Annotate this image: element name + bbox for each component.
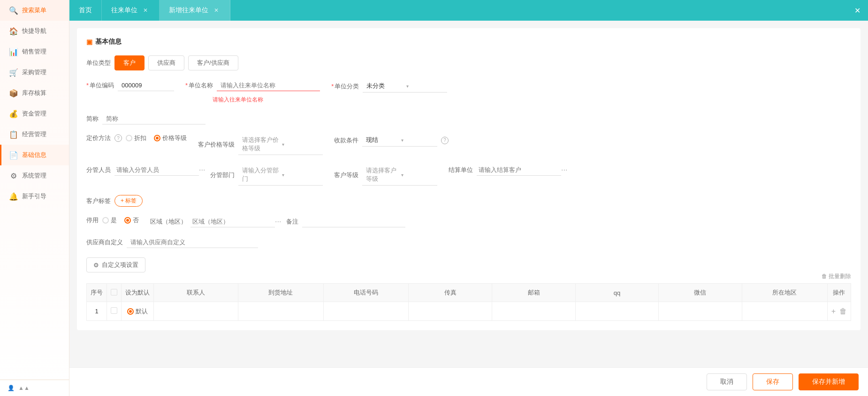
type-btn-supplier[interactable]: 供应商 — [148, 55, 184, 70]
pricing-method-label: 定价方法 — [86, 134, 111, 142]
tab-units-label: 往来单位 — [111, 6, 137, 15]
delete-row-button[interactable]: 🗑 — [839, 307, 847, 316]
customer-tag-label: 客户标签 — [86, 197, 111, 205]
phone-input[interactable] — [327, 306, 405, 317]
col-address: 到货地址 — [238, 284, 323, 302]
section-title-text: 基本信息 — [95, 38, 122, 46]
no-radio-circle — [124, 217, 131, 224]
remark-label: 备注 — [286, 217, 298, 226]
region-input[interactable] — [190, 216, 273, 227]
row-default-radio[interactable]: 默认 — [125, 307, 150, 316]
region-input-group: ··· — [190, 216, 275, 227]
contact-table-wrapper: 序号 设为默认 联系人 到货地址 电话号码 传真 邮箱 qq 微信 所在地区 操… — [86, 283, 851, 321]
col-region: 所在地区 — [742, 284, 827, 302]
unit-category-value: 未分类 — [366, 82, 404, 90]
add-tag-button[interactable]: + 标签 — [114, 195, 143, 207]
supplier-custom-input[interactable] — [127, 237, 258, 248]
row-address — [238, 302, 323, 321]
col-default: 设为默认 — [122, 284, 154, 302]
payment-terms-label: 收款条件 — [334, 136, 358, 145]
table-row: 1 默认 — [87, 302, 851, 321]
sidebar-item-basic-info[interactable]: 📄 基础信息 — [0, 145, 69, 165]
disable-label: 停用 — [86, 216, 99, 225]
remark-input[interactable] — [302, 216, 405, 227]
doc-icon: 📄 — [9, 150, 18, 160]
payment-terms-select[interactable]: 现结 ▾ — [362, 134, 437, 147]
unit-name-input[interactable] — [217, 80, 320, 91]
wechat-input[interactable] — [662, 306, 738, 317]
tab-units[interactable]: 往来单位 ✕ — [102, 0, 160, 21]
sidebar-item-label: 快捷导航 — [22, 27, 46, 35]
tab-new-unit-close[interactable]: ✕ — [212, 6, 221, 15]
radio-yes[interactable]: 是 — [102, 216, 117, 225]
settlement-unit-input[interactable] — [477, 164, 559, 175]
row-checkbox-cell — [107, 302, 122, 321]
row-checkbox[interactable] — [111, 307, 117, 314]
sidebar-item-search[interactable]: 🔍 搜索菜单 — [0, 0, 69, 21]
pricing-help-icon[interactable]: ? — [114, 134, 122, 142]
row-qq — [576, 302, 659, 321]
sidebar-item-operation[interactable]: 📋 经营管理 — [0, 124, 69, 145]
manager-more-icon[interactable]: ··· — [197, 166, 207, 174]
col-contact: 联系人 — [154, 284, 238, 302]
add-row-button[interactable]: + — [831, 307, 836, 316]
sidebar-item-inventory[interactable]: 📦 库存核算 — [0, 83, 69, 103]
customer-price-level-label: 客户价格等级 — [198, 140, 235, 149]
custom-settings-button[interactable]: ⚙ 自定义项设置 — [86, 257, 145, 272]
type-btn-both[interactable]: 客户/供应商 — [188, 55, 238, 70]
email-input[interactable] — [496, 306, 571, 317]
pricing-method-group: 定价方法 ? 折扣 价格等级 — [86, 134, 187, 142]
cancel-button[interactable]: 取消 — [707, 373, 747, 390]
yes-radio-circle — [102, 217, 109, 224]
short-name-input[interactable] — [102, 113, 206, 124]
sidebar-item-purchase[interactable]: 🛒 采购管理 — [0, 62, 69, 83]
content-area: ▣ 基本信息 单位类型 客户 供应商 客户/供应商 *单位编 — [69, 21, 868, 367]
tab-home[interactable]: 首页 — [69, 0, 102, 21]
unit-type-row: 单位类型 客户 供应商 客户/供应商 — [86, 55, 851, 70]
tab-new-unit-label: 新增往来单位 — [169, 6, 208, 15]
save-button[interactable]: 保存 — [753, 373, 793, 390]
supplier-custom-label: 供应商自定义 — [86, 238, 123, 247]
pricing-row: 定价方法 ? 折扣 价格等级 — [86, 134, 851, 155]
window-close-button[interactable]: ✕ — [847, 0, 868, 21]
manager-input[interactable] — [114, 164, 197, 175]
contact-table: 序号 设为默认 联系人 到货地址 电话号码 传真 邮箱 qq 微信 所在地区 操… — [86, 283, 851, 321]
department-select[interactable]: 请输入分管部门 ▾ — [238, 164, 323, 186]
radio-no[interactable]: 否 — [124, 216, 139, 225]
tab-units-close[interactable]: ✕ — [141, 6, 150, 15]
customer-level-select[interactable]: 请选择客户等级 ▾ — [362, 164, 437, 186]
payment-terms-help-icon[interactable]: ? — [441, 137, 449, 144]
contact-input[interactable] — [158, 306, 234, 317]
sidebar-item-system[interactable]: ⚙ 系统管理 — [0, 165, 69, 186]
tab-new-unit[interactable]: 新增往来单位 ✕ — [160, 0, 230, 21]
unit-type-label: 单位类型 — [86, 59, 111, 67]
department-placeholder: 请输入分管部门 — [242, 166, 279, 183]
address-input[interactable] — [242, 306, 320, 317]
batch-delete[interactable]: 🗑 批量删除 — [86, 272, 851, 280]
customer-price-level-select[interactable]: 请选择客户价格等级 ▾ — [238, 134, 323, 155]
qq-input[interactable] — [579, 306, 655, 317]
fax-input[interactable] — [412, 306, 488, 317]
unit-code-input[interactable] — [118, 80, 174, 91]
row-region-input[interactable] — [746, 306, 823, 317]
money-icon: 💰 — [9, 109, 18, 118]
radio-discount[interactable]: 折扣 — [126, 134, 146, 142]
sidebar-item-quick-nav[interactable]: 🏠 快捷导航 — [0, 21, 69, 41]
disable-group: 停用 是 否 — [86, 216, 139, 225]
unit-name-label: *单位名称 — [185, 81, 213, 90]
unit-type-button-group: 客户 供应商 客户/供应商 — [114, 55, 238, 70]
sidebar-item-sales[interactable]: 📊 销售管理 — [0, 41, 69, 62]
payment-terms-value: 现结 — [366, 136, 398, 144]
header-checkbox[interactable] — [111, 289, 117, 295]
customer-level-label: 客户等级 — [334, 171, 358, 179]
unit-category-select[interactable]: 未分类 ▾ — [363, 80, 447, 93]
save-and-new-button[interactable]: 保存并新增 — [799, 373, 859, 390]
clipboard-icon: 📋 — [9, 130, 18, 139]
custom-settings-label: 自定义项设置 — [102, 261, 138, 269]
type-btn-customer[interactable]: 客户 — [114, 55, 145, 70]
region-more-icon[interactable]: ··· — [273, 217, 283, 226]
radio-price-level[interactable]: 价格等级 — [154, 134, 187, 142]
settlement-more-icon[interactable]: ··· — [559, 166, 569, 174]
sidebar-item-finance[interactable]: 💰 资金管理 — [0, 103, 69, 124]
sidebar-item-guide[interactable]: 🔔 新手引导 — [0, 186, 69, 207]
